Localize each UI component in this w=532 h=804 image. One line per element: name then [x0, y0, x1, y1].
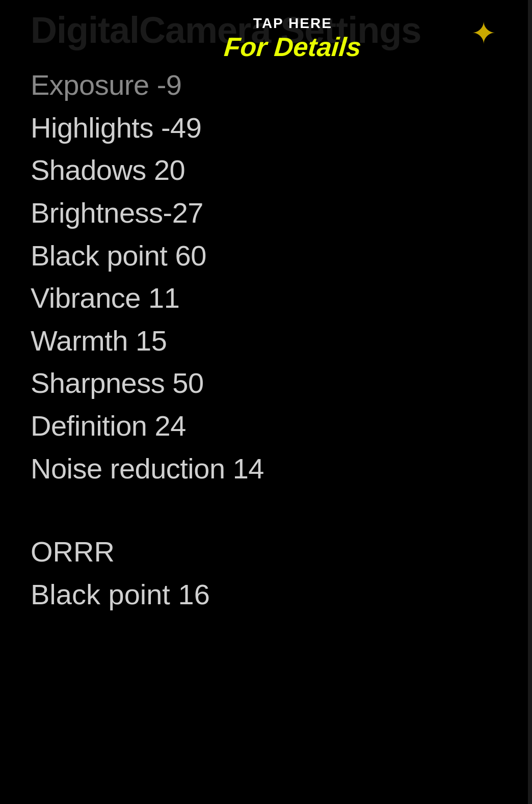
page-container: DigitalCamera Settings TAP HERE For Deta…	[0, 0, 532, 804]
for-details-label: For Details	[223, 34, 362, 60]
tap-here-block[interactable]: TAP HERE For Details	[224, 15, 361, 60]
right-bar	[528, 0, 532, 804]
orrr-label: ORRR	[31, 532, 501, 571]
setting-definition: Definition 24	[31, 407, 501, 445]
setting-highlights: Highlights -49	[31, 109, 501, 147]
setting-vibrance: Vibrance 11	[31, 279, 501, 317]
title-row: DigitalCamera Settings TAP HERE For Deta…	[31, 10, 501, 50]
sparkle-icon: ✦	[471, 15, 496, 51]
setting-shadows: Shadows 20	[31, 151, 501, 190]
tap-here-label: TAP HERE	[224, 15, 361, 32]
setting-brightness: Brightness-27	[31, 194, 501, 232]
divider-space	[31, 492, 501, 532]
orrr-section: ORRR Black point 16	[31, 532, 501, 613]
setting-sharpness: Sharpness 50	[31, 364, 501, 403]
secondary-black-point: Black point 16	[31, 575, 501, 614]
setting-noise-reduction: Noise reduction 14	[31, 449, 501, 488]
setting-black-point: Black point 60	[31, 236, 501, 275]
setting-warmth: Warmth 15	[31, 321, 501, 360]
setting-exposure: Exposure -9	[31, 66, 501, 104]
settings-list: Exposure -9 Highlights -49 Shadows 20 Br…	[31, 66, 501, 488]
